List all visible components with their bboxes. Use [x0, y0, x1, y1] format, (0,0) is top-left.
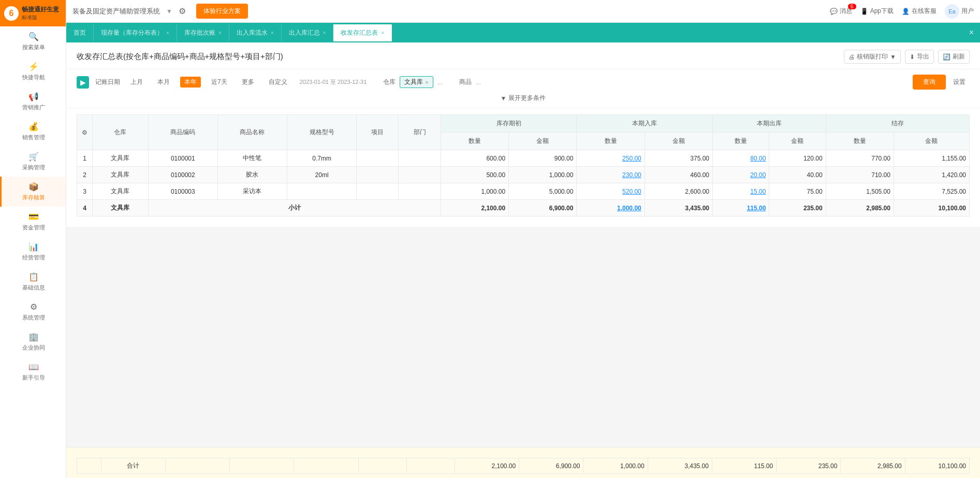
sidebar-item-quick-nav[interactable]: ⚡ 快捷导航	[0, 56, 66, 86]
sidebar-item-sales[interactable]: 💰 销售管理	[0, 117, 66, 147]
sidebar-item-basic-info[interactable]: 📋 基础信息	[0, 267, 66, 297]
tab-close-in-out-summary[interactable]: ×	[323, 30, 326, 36]
row-no: 1	[77, 150, 93, 167]
page-container: 收发存汇总表(按仓库+商品编码+商品+规格型号+项目+部门) 🖨 核销版打印 ▼…	[66, 42, 980, 227]
opening-group-header: 库存期初	[441, 115, 577, 133]
table-row: 3 文具库 0100003 采访本 1,000.00 5,000.00 520.…	[77, 183, 970, 200]
row-out-qty[interactable]: 15.00	[713, 183, 769, 200]
date-btn-custom[interactable]: 自定义	[265, 77, 291, 88]
out-amt-header: 金额	[769, 133, 826, 150]
row-in-qty[interactable]: 520.00	[577, 183, 645, 200]
table-settings-button[interactable]: 设置	[949, 75, 970, 90]
balance-qty-header: 数量	[826, 133, 894, 150]
tab-label-home: 首页	[74, 28, 86, 37]
sidebar-item-finance[interactable]: 💳 资金管理	[0, 207, 66, 237]
tab-batch[interactable]: 库存批次账×	[177, 24, 229, 41]
subtotal-opening-amt: 6,900.00	[509, 200, 577, 216]
tab-in-out-flow[interactable]: 出入库流水×	[229, 24, 282, 41]
tab-close-recv-send-summary[interactable]: ×	[381, 30, 384, 36]
tab-stock-dist[interactable]: 现存量（库存分布表）×	[94, 24, 177, 41]
sidebar-item-system[interactable]: ⚙ 系统管理	[0, 297, 66, 327]
tab-home[interactable]: 首页	[66, 24, 94, 41]
print-label: 核销版打印	[857, 52, 888, 61]
row-dept	[399, 167, 441, 183]
subtotal-out-qty[interactable]: 115.00	[713, 200, 769, 216]
filter-toggle-button[interactable]: ▶	[77, 76, 89, 89]
expand-filter-button[interactable]: ▼ 展开更多条件	[501, 94, 546, 103]
row-in-qty[interactable]: 250.00	[577, 150, 645, 167]
tab-recv-send-summary[interactable]: 收发存汇总表×	[333, 24, 392, 41]
topbar-dropdown-icon[interactable]: ▼	[166, 8, 172, 15]
sidebar-item-marketing[interactable]: 📢 营销推广	[0, 86, 66, 117]
row-in-amt: 375.00	[645, 150, 712, 167]
date-btn-7days[interactable]: 近7天	[207, 77, 231, 88]
footer-total-row: 合计 2,100.00 6,900.00 1,000.00 3,435.00 1…	[66, 447, 980, 478]
filter-row2: ▼ 展开更多条件	[77, 94, 970, 103]
in-qty-header: 数量	[577, 133, 645, 150]
online-service-button[interactable]: 👤 在线客服	[902, 7, 937, 16]
sidebar-item-guide[interactable]: 📖 新手引导	[0, 357, 66, 387]
refresh-icon: 🔄	[943, 53, 950, 61]
export-button[interactable]: ⬇ 导出	[905, 50, 934, 64]
sidebar-item-inventory[interactable]: 📦 库存核算	[0, 177, 66, 207]
row-project	[357, 183, 399, 200]
subtotal-balance-qty: 2,985.00	[826, 200, 894, 216]
message-button[interactable]: 💬 消息 6	[830, 7, 852, 16]
sidebar-item-purchase[interactable]: 🛒 采购管理	[0, 147, 66, 177]
export-label: 导出	[917, 52, 929, 61]
sidebar-title-block: 畅捷通好生意 标准版	[22, 5, 59, 21]
subtotal-in-qty[interactable]: 1,000.00	[577, 200, 645, 216]
user-button[interactable]: Ea 用户	[945, 4, 974, 19]
finance-label: 资金管理	[22, 224, 45, 231]
tab-in-out-summary[interactable]: 出入库汇总×	[282, 24, 334, 41]
warehouse-tag: 文具库 ×	[400, 76, 433, 88]
total-opening-qty: 2,100.00	[455, 458, 519, 474]
warehouse-tag-close[interactable]: ×	[425, 79, 428, 85]
tab-close-stock-dist[interactable]: ×	[166, 30, 169, 36]
tab-label-batch: 库存批次账	[184, 28, 215, 37]
product-more-btn[interactable]: ...	[476, 79, 481, 86]
data-table: ⚙ 仓库 商品编码 商品名称 规格型号 项目 部门 库存期初 本期入库 本期出库…	[77, 114, 970, 216]
table-settings-header[interactable]: ⚙	[77, 115, 93, 150]
query-button[interactable]: 查询	[913, 75, 946, 90]
row-out-qty[interactable]: 20.00	[713, 167, 769, 183]
tab-label-in-out-summary: 出入库汇总	[289, 28, 320, 37]
sidebar-item-operations[interactable]: 📊 经营管理	[0, 237, 66, 267]
row-product-name: 中性笔	[217, 150, 287, 167]
topbar-right: 💬 消息 6 📱 App下载 👤 在线客服 Ea 用户	[830, 4, 974, 19]
app-download-button[interactable]: 📱 App下载	[860, 7, 894, 16]
balance-amt-header: 金额	[894, 133, 969, 150]
page-header: 收发存汇总表(按仓库+商品编码+商品+规格型号+项目+部门) 🖨 核销版打印 ▼…	[66, 42, 980, 69]
date-btn-more[interactable]: 更多	[238, 77, 258, 88]
subtotal-warehouse: 文具库	[93, 200, 149, 216]
out-group-header: 本期出库	[713, 115, 826, 133]
page-actions: 🖨 核销版打印 ▼ ⬇ 导出 🔄 刷新	[844, 50, 970, 64]
row-warehouse: 文具库	[93, 150, 149, 167]
trial-button[interactable]: 体验行业方案	[196, 4, 248, 19]
row-out-amt: 40.00	[769, 167, 826, 183]
row-in-qty[interactable]: 230.00	[577, 167, 645, 183]
date-btn-last-month[interactable]: 上月	[126, 77, 147, 88]
warehouse-more-btn[interactable]: ...	[437, 79, 443, 86]
topbar-settings-icon[interactable]: ⚙	[179, 6, 186, 16]
export-icon: ⬇	[910, 53, 915, 61]
refresh-button[interactable]: 🔄 刷新	[938, 50, 970, 64]
system-label: 系统管理	[22, 314, 45, 322]
marketing-icon: 📢	[28, 92, 39, 102]
finance-icon: 💳	[28, 212, 39, 222]
table-row: 1 文具库 0100001 中性笔 0.7mm 600.00 900.00 25…	[77, 150, 970, 167]
basic-info-icon: 📋	[28, 272, 39, 282]
tab-close-in-out-flow[interactable]: ×	[271, 30, 274, 36]
content-area: 收发存汇总表(按仓库+商品编码+商品+规格型号+项目+部门) 🖨 核销版打印 ▼…	[66, 42, 980, 447]
sidebar-item-search[interactable]: 🔍 搜索菜单	[0, 26, 66, 56]
purchase-icon: 🛒	[28, 152, 39, 162]
print-button[interactable]: 🖨 核销版打印 ▼	[844, 50, 901, 64]
sidebar-item-enterprise[interactable]: 🏢 企业协同	[0, 327, 66, 357]
date-btn-this-year[interactable]: 本年	[180, 77, 201, 88]
date-btn-this-month[interactable]: 本月	[153, 77, 174, 88]
project-col-header: 项目	[357, 115, 399, 150]
tab-label-recv-send-summary: 收发存汇总表	[341, 28, 378, 37]
tab-close-batch[interactable]: ×	[218, 30, 222, 36]
close-all-tabs-button[interactable]: ×	[963, 24, 980, 41]
row-out-qty[interactable]: 80.00	[713, 150, 769, 167]
